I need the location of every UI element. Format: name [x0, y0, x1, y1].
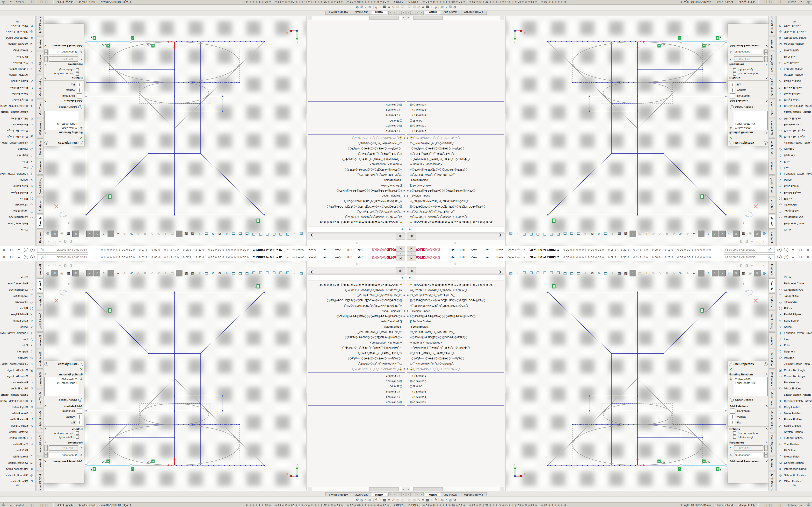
sketch-tool-item[interactable]: ◍ Silhouette Entities: [0, 29, 35, 35]
relation-entry[interactable]: Collinear108: [46, 378, 77, 381]
bottom-toolbar-icon[interactable]: ≣: [421, 6, 424, 9]
panel-expand-arrow[interactable]: ❯: [310, 270, 313, 274]
tree-item[interactable]: ▱ ◯·◎✚◯✱◉[◯◦◯]◉✱◯✚◎·◯: [406, 151, 505, 157]
restore-button[interactable]: ❐: [9, 248, 14, 252]
sketch-tool-item[interactable]: ⊤ Extend Entities: [0, 435, 35, 441]
menu-item[interactable]: View: [468, 255, 479, 260]
sketch-tool-item[interactable]: ʃ Equation Driven Curve: [777, 330, 812, 336]
commandmanager-tab[interactable]: Direct Editing: [769, 310, 775, 332]
angle-input[interactable]: 0.00000000°: [49, 452, 78, 457]
vertical-relation-button[interactable]: │: [77, 88, 82, 93]
tree-item[interactable]: Σ ◯ƻƼИN◎◦✚AΠᵖƷƐ◯◦◯ƷƐᵖΠA✚◦◎ИNƻƼ◯: [406, 167, 505, 172]
panel-tab[interactable]: ❖: [396, 251, 405, 253]
menu-item[interactable]: Edit: [458, 255, 467, 260]
scroll-thumb[interactable]: [369, 16, 399, 19]
sketch-tool-item[interactable]: ≋ Intersection Curve: [777, 466, 812, 472]
user-account-icon[interactable]: ☻: [777, 248, 781, 252]
sketch-tool-item[interactable]: ○ Circle: [0, 274, 35, 281]
tree-item[interactable]: ▶ ◷ ◯Λ⚇◎✚ƻƼ◦Ɣ◯◦◯Ɣ◦ƻƼ✚◎⚇Λ◯: [406, 293, 505, 298]
sketch-tool-item[interactable]: ⁚ Segment: [0, 348, 35, 355]
length-spinner[interactable]: ▴▾: [764, 445, 767, 451]
tree-item[interactable]: ▦ (-) Sketch2: [406, 123, 505, 129]
panel-tab[interactable]: ☸: [407, 268, 416, 274]
sketch-tool-item[interactable]: ◇ 3 Point Center Recta...: [777, 140, 812, 146]
panel-tab[interactable]: ❖: [407, 251, 416, 253]
tree-item[interactable]: ▱ ◯✚ИN◎⚇∔◯✱◉[◯◦◯]◉✱◯∔⚇◎ИN✚◯: [406, 157, 505, 162]
search-icon[interactable]: 🔍: [766, 256, 771, 259]
scroll-thumb[interactable]: [413, 16, 443, 19]
scroll-thumb[interactable]: [369, 488, 399, 491]
help-icon[interactable]: ?: [784, 248, 788, 252]
bottom-toolbar-icon[interactable]: ✎: [417, 498, 420, 502]
menu-item[interactable]: View: [333, 247, 344, 253]
tree-item[interactable]: ▶ ◷ ◯Λ⚇◎✚ƻƼ◦Ɣ◯◦◯Ɣ◦ƻƼ✚◎⚇Λ◯: [406, 209, 505, 215]
tree-item[interactable]: ◔ ◯ƻƼ⚇◎ƻƼИNƷƐƻƼ◯◦◯ƻƼƷƐИNƻƼ◎⚇ƻƼ◯: [307, 303, 406, 308]
sketch-tool-item[interactable]: ⌐ Stretch Entities: [0, 72, 35, 78]
search-icon[interactable]: 🔍: [41, 256, 46, 259]
bottom-toolbar-icon[interactable]: ▧: [449, 498, 452, 502]
commandmanager-tab[interactable]: Sketch: [37, 215, 43, 229]
length-input[interactable]: 10.88152731: [734, 56, 763, 62]
bottom-toolbar-icon[interactable]: |: [439, 6, 439, 9]
sketch-tool-item[interactable]: ◯ Ellipse: [0, 305, 35, 312]
relation-entry[interactable]: Equal length109: [735, 122, 766, 126]
commandmanager-tab[interactable]: Markup: [769, 457, 775, 471]
sketch-tool-item[interactable]: ○ Circle: [777, 226, 812, 233]
minimize-button[interactable]: ─: [17, 248, 21, 252]
tree-item[interactable]: ▱ ◯✚Ɣƃ℮◦⚇◯✱◉[◯◦◯]◉✱◯⚇◦℮ƃƔ✚◯: [406, 146, 505, 151]
commandmanager-tab[interactable]: Sketch: [769, 278, 775, 292]
sketch-tool-item[interactable]: ≋ Intersection Curve: [777, 35, 812, 41]
angle-spinner[interactable]: ▴▾: [764, 452, 767, 457]
sketch-tool-item[interactable]: ↻ Rotate Entities: [0, 84, 35, 91]
panel-expand-arrow[interactable]: ❯: [499, 233, 502, 237]
units-dropdown-icon[interactable]: ▲: [10, 1, 12, 3]
sketch-tool-item[interactable]: ⤢ Scale Entities: [0, 422, 35, 429]
commandmanager-tab[interactable]: Features: [37, 230, 43, 245]
search-input[interactable]: Search CAD Models: [729, 248, 765, 251]
sketch-tool-item[interactable]: ⧉ Copy Entities: [0, 97, 35, 103]
collapse-icon[interactable]: ᐱ: [766, 99, 767, 102]
relations-list[interactable]: Collinear108Equal length109: [734, 111, 767, 130]
commandmanager-tab[interactable]: Sheet Metal: [37, 349, 43, 369]
sketch-tool-item[interactable]: ∿ Style Spline: [777, 183, 812, 189]
tree-item[interactable]: ▱ ◯✚ИN◎⚇∔◯✱◉[◯◦◯]◉✱◯∔⚇◎ИN✚◯: [406, 345, 505, 350]
search-box[interactable]: ⬡ Search CAD Models 🔍 ▾: [37, 247, 88, 253]
tree-item[interactable]: ◧ Surface Bodies: [406, 319, 505, 324]
bottom-toolbar-icon[interactable]: ▦: [383, 498, 386, 502]
bottom-toolbar-icon[interactable]: ▧: [449, 6, 452, 9]
expand-arrow-icon[interactable]: ▶: [402, 310, 406, 312]
sketch-tool-item[interactable]: ⧉ Mirror Entities: [0, 115, 35, 122]
infinite-length-checkbox[interactable]: [75, 436, 79, 439]
rollback-bar[interactable]: [407, 134, 504, 135]
tree-item[interactable]: ∟ ◯ИN◦ƃ℮◦⚇◎◯◦◯◎⚇◦℮ƃ◦ИN◯: [307, 141, 406, 146]
sketch-tool-item[interactable]: ↗ Move Entities: [777, 91, 812, 97]
tree-item[interactable]: Σ ◯ƻƼИN◎◦✚AΠᵖƷƐ◯◦◯ƷƐᵖΠA✚◦◎ИNƻƼ◯: [307, 335, 406, 340]
sketch-tool-item[interactable]: ◪ Convert Entities: [0, 460, 35, 466]
expand-arrow-icon[interactable]: ▶: [402, 211, 406, 213]
tree-item[interactable]: ◨ Solid Bodies: [406, 324, 505, 329]
sketch-tool-item[interactable]: ⊏ Offset Entities: [777, 478, 812, 485]
commandmanager-tab[interactable]: Direct Editing: [37, 175, 43, 197]
sketch-tool-item[interactable]: ▪ Point: [777, 159, 812, 165]
sketch-tool-item[interactable]: ↻ Rotate Entities: [777, 84, 812, 91]
spin-down-icon[interactable]: ▾: [45, 455, 48, 457]
sketch-tool-item[interactable]: L Fit Spline: [777, 447, 812, 454]
commandmanager-tab[interactable]: Direct Editing: [769, 175, 775, 197]
bottom-toolbar-icon[interactable]: ✎: [392, 498, 395, 502]
splitter-knob[interactable]: [454, 242, 456, 244]
tree-item[interactable]: ∾ ◯ƻƼ·Π✱⚇AM◯◦◯MA⚇✱Π·ƻƼ◯: [406, 172, 505, 178]
commandmanager-tab[interactable]: Weldments: [769, 370, 775, 388]
fix-relation-button[interactable]: ⚓: [730, 420, 735, 425]
sketch-tool-item[interactable]: ⊤ Extend Entities: [0, 66, 35, 72]
commandmanager-tab[interactable]: Mesh Modeling: [769, 75, 775, 99]
panel-horizontal-scrollbar[interactable]: ◂ ▸: [308, 487, 406, 491]
tree-item[interactable]: ▢ Sketch3: [307, 118, 406, 123]
tree-item[interactable]: ▶ A ◯ƻƼИN◎◦✚A✚◎ИNA◯◦◯AИN◎✚A✚◦◎ИNƻƼ◯: [406, 188, 505, 193]
for-construction-checkbox[interactable]: [733, 72, 737, 75]
tree-item[interactable]: ▦ (-) Sketch6: [406, 102, 505, 108]
help-icon[interactable]: ?: [24, 248, 28, 252]
angle-input[interactable]: 0.00000000°: [49, 50, 78, 55]
tree-item[interactable]: ▢ Sketch3: [406, 118, 505, 123]
sketch-tool-item[interactable]: ∿ Style Spline: [0, 318, 35, 324]
tab-scroll-button[interactable]: ‹: [411, 10, 415, 15]
